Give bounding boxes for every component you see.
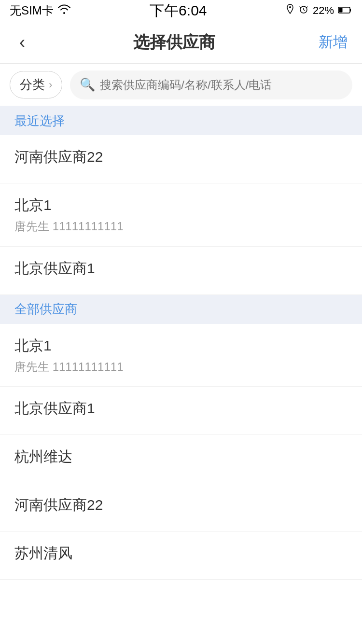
nav-bar: ‹ 选择供应商 新增 — [0, 21, 362, 64]
item-name: 苏州清风 — [14, 543, 348, 563]
item-sub: 唐先生 11111111111 — [14, 359, 348, 375]
battery-icon — [338, 4, 352, 17]
status-bar: 无SIM卡 下午6:04 22% — [0, 0, 362, 21]
list-item[interactable]: 北京供应商1 — [0, 247, 362, 295]
section-header-1: 全部供应商 — [0, 295, 362, 324]
alarm-icon — [298, 4, 309, 17]
carrier-text: 无SIM卡 — [10, 3, 54, 18]
status-bar-right: 22% — [286, 4, 352, 17]
chevron-right-icon: › — [49, 79, 52, 91]
list-item[interactable]: 苏州清风 — [0, 532, 362, 580]
add-button[interactable]: 新增 — [319, 32, 348, 52]
list-item[interactable]: 河南供应商22 — [0, 135, 362, 183]
item-sub: 唐先生 11111111111 — [14, 218, 348, 235]
svg-rect-3 — [339, 8, 342, 13]
list-item[interactable]: 北京1唐先生 11111111111 — [0, 183, 362, 247]
search-input[interactable] — [100, 78, 343, 92]
wifi-icon — [57, 4, 71, 17]
item-name: 北京1 — [14, 195, 348, 215]
category-label: 分类 — [20, 76, 45, 93]
supplier-list: 最近选择河南供应商22北京1唐先生 11111111111北京供应商1全部供应商… — [0, 106, 362, 580]
status-bar-time: 下午6:04 — [150, 1, 207, 21]
list-item[interactable]: 北京供应商1 — [0, 387, 362, 435]
battery-percentage: 22% — [313, 4, 334, 17]
list-item[interactable]: 河南供应商22 — [0, 483, 362, 532]
item-name: 北京供应商1 — [14, 258, 348, 279]
item-name: 北京供应商1 — [14, 398, 348, 419]
filter-bar: 分类 › 🔍 — [0, 64, 362, 106]
section-header-0: 最近选择 — [0, 106, 362, 135]
list-item[interactable]: 杭州维达 — [0, 435, 362, 483]
svg-point-0 — [289, 6, 291, 8]
page-title: 选择供应商 — [133, 31, 215, 54]
item-name: 河南供应商22 — [14, 147, 348, 167]
status-bar-left: 无SIM卡 — [10, 3, 71, 18]
list-item[interactable]: 北京1唐先生 11111111111 — [0, 324, 362, 387]
section-title-0: 最近选择 — [14, 112, 65, 129]
item-name: 河南供应商22 — [14, 495, 348, 515]
search-icon: 🔍 — [80, 77, 95, 92]
location-icon — [286, 4, 294, 17]
section-title-1: 全部供应商 — [14, 301, 77, 318]
item-name: 杭州维达 — [14, 447, 348, 467]
item-name: 北京1 — [14, 336, 348, 356]
search-box[interactable]: 🔍 — [70, 70, 352, 99]
category-button[interactable]: 分类 › — [10, 71, 62, 98]
back-button[interactable]: ‹ — [14, 28, 30, 57]
